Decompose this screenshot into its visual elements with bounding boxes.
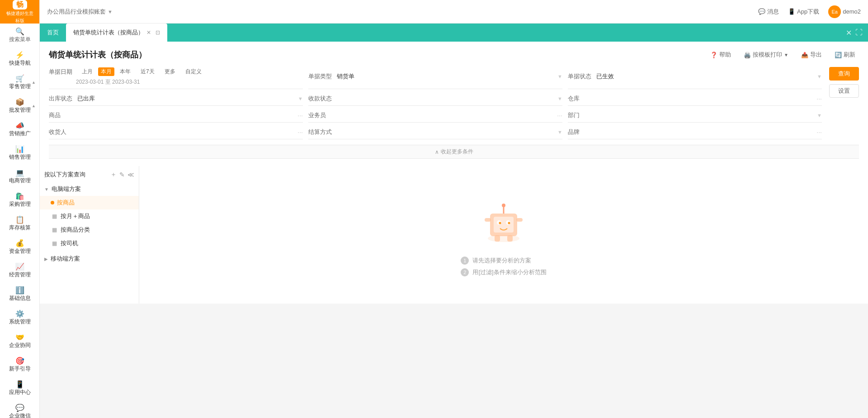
- main-content: 办公用品行业模拟账套 ▼ 💬 消息 📱 App下载 Ea demo2 首页 销货…: [40, 0, 868, 418]
- date-tab-custom[interactable]: 自定义: [181, 67, 206, 76]
- out-status-dropdown-icon[interactable]: ▼: [298, 96, 303, 101]
- warehouse-field-group: 仓库 ···: [568, 95, 822, 106]
- account-dropdown[interactable]: 办公用品行业模拟账套 ▼: [47, 8, 113, 16]
- sidebar: 畅 畅捷通好生意 标版 🔍 搜索菜单 ⚡ 快捷导航 🛒 零售管理 ▲ 📦 批发管…: [0, 0, 40, 418]
- tabbar: 首页 销货单统计计表（按商品） ✕ ⊡ ✕ ⛶: [40, 24, 868, 42]
- sidebar-item-search[interactable]: 🔍 搜索菜单: [0, 24, 39, 47]
- close-window-icon[interactable]: ✕: [846, 28, 852, 37]
- brand-field-group: 品牌 ···: [568, 128, 822, 139]
- scheme-item-by-driver[interactable]: ▦ 按司机: [40, 237, 139, 250]
- date-tab-last-month[interactable]: 上月: [77, 67, 97, 76]
- scheme-item-by-month-goods[interactable]: ▦ 按月＋商品: [40, 209, 139, 223]
- out-status-value[interactable]: 已出库: [77, 95, 294, 103]
- warehouse-label: 仓库: [568, 95, 593, 103]
- sidebar-item-enterprise[interactable]: 🤝 企业协同: [0, 329, 39, 353]
- doc-type-dropdown-icon[interactable]: ▼: [557, 74, 562, 79]
- receipt-status-field-group: 收款状态 ▼: [308, 95, 562, 106]
- username-label: demo2: [843, 8, 861, 15]
- query-button[interactable]: 查询: [829, 67, 859, 81]
- sidebar-item-inventory[interactable]: 📋 库存核算: [0, 212, 39, 235]
- dept-dropdown-icon[interactable]: ▼: [817, 113, 822, 118]
- app-download-button[interactable]: 📱 App下载: [788, 8, 819, 16]
- sidebar-item-operations[interactable]: 📈 经营管理: [0, 259, 39, 282]
- salesman-dots-icon[interactable]: ···: [557, 112, 562, 119]
- refresh-icon: 🔄: [835, 52, 842, 58]
- receipt-status-label: 收款状态: [308, 95, 333, 103]
- content-wrapper: 按以下方案查询 ＋ ✎ ≪ ▼ 电脑端方案 按商品: [40, 166, 868, 304]
- home-tab-label: 首页: [47, 28, 59, 37]
- sidebar-item-wechat-biz[interactable]: 💬 企业微信: [0, 400, 39, 418]
- table-icon-3: ▦: [51, 240, 58, 247]
- sidebar-item-sales-mgr[interactable]: 📊 销售管理: [0, 141, 39, 165]
- refresh-button[interactable]: 🔄 刷新: [831, 49, 859, 61]
- sidebar-item-app-center[interactable]: 📱 应用中心: [0, 376, 39, 400]
- expand-icon[interactable]: ⛶: [855, 28, 863, 37]
- receiver-dots-icon[interactable]: ···: [297, 128, 303, 136]
- filter-main-row: 单据日期 上月 本月 本年 近7天 更多 自定义 2023: [49, 67, 859, 145]
- receiver-field-group: 收货人 ···: [49, 128, 303, 139]
- warehouse-dots-icon[interactable]: ···: [816, 95, 822, 102]
- message-button[interactable]: 💬 消息: [758, 8, 779, 16]
- svg-rect-9: [485, 218, 491, 222]
- tab-sales-stat[interactable]: 销货单统计计表（按商品） ✕ ⊡: [66, 24, 167, 42]
- help-button[interactable]: ❓ 帮助: [707, 49, 735, 61]
- scheme-group-mobile-header[interactable]: ▶ 移动端方案: [40, 252, 139, 266]
- scheme-group-mobile-label: 移动端方案: [51, 255, 80, 263]
- sidebar-item-quick-nav[interactable]: ⚡ 快捷导航: [0, 47, 39, 71]
- brand-label: 品牌: [568, 128, 593, 136]
- export-button[interactable]: 📤 导出: [797, 49, 826, 61]
- salesman-field-group: 业务员 ···: [308, 111, 562, 123]
- sidebar-item-marketing[interactable]: 📣 营销推广: [0, 118, 39, 141]
- scheme-header-icons: ＋ ✎ ≪: [110, 171, 134, 179]
- sidebar-item-finance[interactable]: 💰 资金管理: [0, 235, 39, 259]
- date-tab-more[interactable]: 更多: [160, 67, 180, 76]
- edit-scheme-icon[interactable]: ✎: [119, 171, 125, 178]
- query-btn-area: 查询 设置: [829, 67, 859, 98]
- date-tab-7days[interactable]: 近7天: [136, 67, 159, 76]
- date-range-display: 2023-03-01 至 2023-03-31: [49, 78, 140, 86]
- doc-status-value[interactable]: 已生效: [596, 72, 813, 81]
- sidebar-item-wholesale[interactable]: 📦 批发管理 ▲: [0, 94, 39, 118]
- out-status-label: 出库状态: [49, 95, 74, 103]
- date-tab-this-year[interactable]: 本年: [115, 67, 135, 76]
- date-tab-this-month[interactable]: 本月: [98, 67, 114, 76]
- goods-field-group: 商品 ···: [49, 111, 303, 123]
- print-icon: 🖨️: [744, 52, 751, 58]
- doc-status-dropdown-icon[interactable]: ▼: [817, 74, 822, 79]
- empty-state: 1 请先选择要分析的方案 2 用[过滤]条件来缩小分析范围: [139, 166, 868, 304]
- sidebar-item-newbie[interactable]: 🎯 新手引导: [0, 353, 39, 376]
- template-print-button[interactable]: 🖨️ 按模板打印 ▼: [740, 49, 792, 61]
- scheme-group-pc-header[interactable]: ▼ 电脑端方案: [40, 182, 139, 196]
- brand-dots-icon[interactable]: ···: [816, 128, 822, 136]
- scheme-item-by-category[interactable]: ▦ 按商品分类: [40, 223, 139, 237]
- receipt-status-dropdown-icon[interactable]: ▼: [557, 96, 562, 101]
- settings-button[interactable]: 设置: [829, 84, 859, 98]
- avatar: Ea: [828, 5, 841, 18]
- tab-pin-icon[interactable]: ⊡: [156, 29, 160, 36]
- logo-text: 畅捷通好生意: [6, 10, 33, 17]
- help-icon: ❓: [710, 52, 717, 58]
- sidebar-item-ecommerce[interactable]: 💻 电商管理: [0, 165, 39, 188]
- scheme-item-by-goods-label: 按商品: [57, 199, 75, 207]
- collapse-scheme-icon[interactable]: ≪: [127, 171, 134, 178]
- doc-type-value[interactable]: 销货单: [337, 72, 554, 81]
- message-icon: 💬: [758, 8, 765, 15]
- tab-close-icon[interactable]: ✕: [146, 29, 151, 36]
- payment-dropdown-icon[interactable]: ▼: [557, 129, 562, 135]
- add-scheme-icon[interactable]: ＋: [110, 171, 117, 179]
- logo-subtext: 标版: [15, 18, 24, 24]
- empty-illustration: [476, 193, 531, 247]
- sidebar-item-retail[interactable]: 🛒 零售管理 ▲: [0, 71, 39, 94]
- goods-dots-icon[interactable]: ···: [297, 112, 303, 119]
- tab-home[interactable]: 首页: [40, 24, 66, 42]
- goods-label: 商品: [49, 111, 74, 119]
- sidebar-item-purchase[interactable]: 🛍️ 采购管理: [0, 188, 39, 212]
- user-avatar-area[interactable]: Ea demo2: [828, 5, 861, 18]
- sidebar-item-base-info[interactable]: ℹ️ 基础信息: [0, 282, 39, 306]
- dept-label: 部门: [568, 111, 593, 119]
- svg-point-8: [502, 204, 505, 207]
- scheme-item-by-goods[interactable]: 按商品: [40, 196, 139, 209]
- collapse-bar[interactable]: ∧ 收起更多条件: [49, 145, 859, 159]
- sidebar-item-sys-mgr[interactable]: ⚙️ 系统管理: [0, 306, 39, 329]
- chevron-down-icon: ▲: [32, 80, 36, 85]
